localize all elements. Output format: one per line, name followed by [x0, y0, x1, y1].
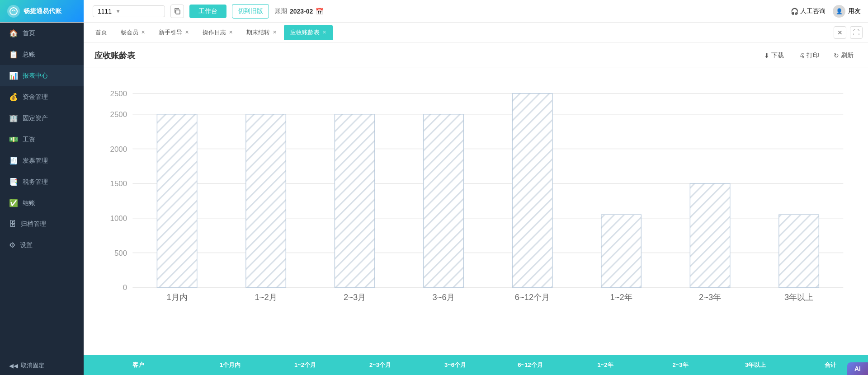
download-button[interactable]: ⬇ 下载 — [760, 50, 788, 61]
company-name: 1111 — [98, 8, 112, 15]
svg-rect-30 — [512, 94, 552, 287]
svg-text:3年以上: 3年以上 — [784, 292, 813, 302]
sidebar-label-settle: 结账 — [23, 199, 35, 207]
sidebar-label-salary: 工资 — [23, 136, 35, 144]
sidebar-item-home[interactable]: 🏠首页 — [0, 23, 84, 44]
calendar-icon[interactable]: 📅 — [316, 8, 323, 15]
cancel-pin-button[interactable]: ◀◀ 取消固定 — [0, 356, 84, 375]
svg-text:1000: 1000 — [110, 214, 127, 223]
switch-old-button[interactable]: 切到旧版 — [232, 4, 269, 19]
tab-close-oplog[interactable]: ✕ — [229, 29, 233, 35]
period-label: 账期 — [274, 7, 287, 15]
tax-icon: 📑 — [9, 178, 18, 186]
tab-guide[interactable]: 新手引导✕ — [152, 25, 195, 40]
sidebar-label-tax: 税务管理 — [23, 178, 48, 186]
sidebar-label-assets: 固定资产 — [23, 114, 48, 122]
print-button[interactable]: 🖨 打印 — [795, 50, 823, 61]
settle-icon: ✅ — [9, 199, 18, 207]
print-icon: 🖨 — [798, 52, 805, 59]
table-col-4: 3~6个月 — [418, 361, 493, 369]
tab-oplog[interactable]: 操作日志✕ — [196, 25, 239, 40]
table-header-row: 客户1个月内1~2个月2~3个月3~6个月6~12个月1~2年2~3年3年以上合… — [84, 355, 868, 375]
tab-agetable[interactable]: 应收账龄表✕ — [284, 25, 333, 40]
headset-icon: 🎧 — [791, 8, 798, 15]
svg-text:1~2年: 1~2年 — [610, 292, 632, 302]
svg-text:2~3年: 2~3年 — [699, 292, 721, 302]
user-area[interactable]: 👤 用友 — [833, 5, 861, 18]
sidebar-item-assets[interactable]: 🏢固定资产 — [0, 108, 84, 129]
period-value: 2023-02 — [290, 8, 313, 15]
bar-chart: 0500100015002000250025001月内1~2月2~3月3~6月6… — [94, 76, 857, 346]
sidebar-label-archive: 归档管理 — [21, 220, 46, 228]
svg-rect-27 — [424, 114, 463, 287]
table-col-8: 3年以上 — [718, 361, 793, 369]
chart-section: 0500100015002000250025001月内1~2月2~3月3~6月6… — [84, 67, 868, 355]
page-actions: ⬇ 下载 🖨 打印 ↻ 刷新 — [760, 50, 857, 61]
tab-label-guide: 新手引导 — [159, 28, 182, 37]
tabs-bar: 首页畅会员✕新手引导✕操作日志✕期末结转✕应收账龄表✕ ✕ ⛶ — [84, 23, 868, 42]
period-area: 账期 2023-02 📅 — [274, 7, 323, 15]
tab-label-yearend: 期末结转 — [246, 28, 270, 37]
table-col-1: 1个月内 — [193, 361, 268, 369]
sidebar-item-salary[interactable]: 💵工资 — [0, 129, 84, 150]
top-header: 畅捷通易代账 1111 ▼ 工作台 切到旧版 账期 2023-02 📅 🎧 人工… — [0, 0, 868, 23]
sidebar-item-ledger[interactable]: 📋总账 — [0, 44, 84, 65]
sidebar-item-archive[interactable]: 🗄归档管理 — [0, 214, 84, 234]
page-header: 应收账龄表 ⬇ 下载 🖨 打印 ↻ 刷新 — [84, 42, 868, 67]
svg-rect-24 — [335, 114, 374, 287]
copy-button[interactable] — [170, 5, 184, 18]
consult-label: 人工咨询 — [800, 7, 826, 15]
tab-label-home: 首页 — [95, 28, 107, 37]
content-area: 首页畅会员✕新手引导✕操作日志✕期末结转✕应收账龄表✕ ✕ ⛶ 应收账龄表 ⬇ … — [84, 23, 868, 375]
tab-home[interactable]: 首页 — [89, 25, 113, 40]
sidebar-item-reports[interactable]: 📊报表中心 — [0, 65, 84, 86]
svg-rect-1 — [176, 10, 180, 14]
refresh-icon: ↻ — [834, 52, 839, 59]
tab-label-agetable: 应收账龄表 — [290, 28, 320, 37]
tab-close-yearend[interactable]: ✕ — [273, 29, 277, 35]
cancel-pin-label: 取消固定 — [21, 361, 44, 370]
table-col-5: 6~12个月 — [493, 361, 568, 369]
tab-yearend[interactable]: 期末结转✕ — [240, 25, 283, 40]
reports-icon: 📊 — [9, 71, 18, 80]
table-col-6: 1~2年 — [568, 361, 643, 369]
refresh-label: 刷新 — [841, 52, 854, 60]
sidebar-label-invoice: 发票管理 — [23, 157, 48, 165]
svg-text:1~2月: 1~2月 — [255, 292, 277, 302]
svg-text:2~3月: 2~3月 — [344, 292, 366, 302]
tab-close-guide[interactable]: ✕ — [185, 29, 189, 35]
sidebar-item-settle[interactable]: ✅结账 — [0, 192, 84, 214]
ai-badge[interactable]: Ai — [847, 362, 868, 375]
table-col-3: 2~3个月 — [343, 361, 418, 369]
sidebar-label-settings: 设置 — [20, 241, 33, 249]
tab-close-agetable[interactable]: ✕ — [322, 29, 326, 35]
svg-text:0: 0 — [123, 283, 127, 292]
tabs-actions: ✕ ⛶ — [834, 26, 863, 39]
company-selector[interactable]: 1111 ▼ — [93, 5, 165, 17]
download-label: 下载 — [771, 52, 784, 60]
close-tab-button[interactable]: ✕ — [834, 26, 846, 39]
svg-text:2500: 2500 — [110, 110, 127, 119]
logo-area: 畅捷通易代账 — [0, 0, 84, 22]
tab-member[interactable]: 畅会员✕ — [114, 25, 151, 40]
svg-text:2000: 2000 — [110, 145, 127, 154]
consult-button[interactable]: 🎧 人工咨询 — [791, 7, 826, 15]
main-layout: 🏠首页📋总账📊报表中心💰资金管理🏢固定资产💵工资🧾发票管理📑税务管理✅结账🗄归档… — [0, 23, 868, 375]
logo-icon — [7, 5, 20, 18]
refresh-button[interactable]: ↻ 刷新 — [830, 50, 857, 61]
svg-text:1月内: 1月内 — [166, 292, 187, 302]
svg-text:2500: 2500 — [110, 89, 127, 98]
maximize-tab-button[interactable]: ⛶ — [850, 26, 863, 39]
sidebar-item-invoice[interactable]: 🧾发票管理 — [0, 150, 84, 171]
workbench-button[interactable]: 工作台 — [189, 5, 226, 18]
tab-close-member[interactable]: ✕ — [141, 29, 145, 35]
home-icon: 🏠 — [9, 29, 18, 38]
sidebar: 🏠首页📋总账📊报表中心💰资金管理🏢固定资产💵工资🧾发票管理📑税务管理✅结账🗄归档… — [0, 23, 84, 375]
sidebar-label-home: 首页 — [23, 29, 35, 38]
sidebar-item-settings[interactable]: ⚙设置 — [0, 234, 84, 256]
sidebar-item-finance[interactable]: 💰资金管理 — [0, 86, 84, 108]
svg-text:6~12个月: 6~12个月 — [515, 292, 550, 302]
sidebar-item-tax[interactable]: 📑税务管理 — [0, 171, 84, 192]
dropdown-arrow-icon: ▼ — [115, 8, 121, 14]
page-content: 应收账龄表 ⬇ 下载 🖨 打印 ↻ 刷新 — [84, 42, 868, 375]
